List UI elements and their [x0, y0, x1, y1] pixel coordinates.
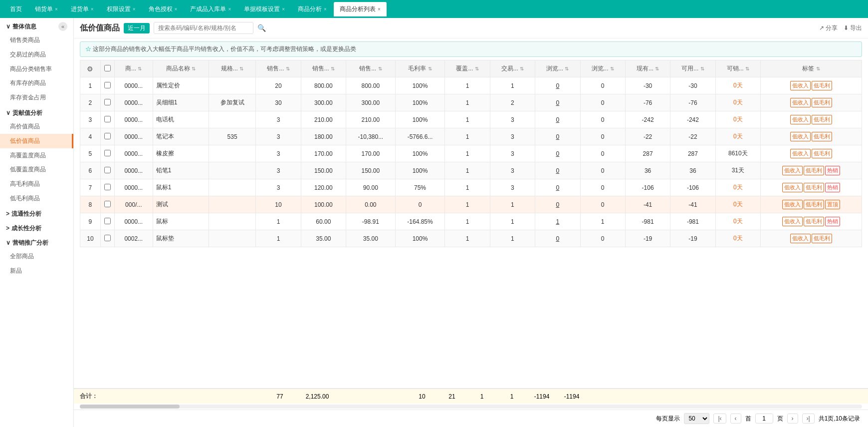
nav-purchase[interactable]: 进货单 × — [65, 2, 100, 16]
nav-product-analysis-list[interactable]: 商品分析列表 × — [334, 2, 387, 16]
prev-page-btn[interactable]: ‹ — [730, 414, 741, 424]
row-checkbox[interactable] — [104, 116, 111, 122]
search-input[interactable] — [154, 22, 253, 34]
td-browse1[interactable]: 0 — [535, 196, 580, 213]
nav-sales[interactable]: 销货单 × — [29, 2, 64, 16]
scrollbar-thumb[interactable] — [80, 405, 180, 409]
row-checkbox[interactable] — [104, 82, 111, 88]
sidebar-item-all-products[interactable]: 全部商品 — [0, 249, 73, 264]
nav-stock-in[interactable]: 产成品入库单 × — [184, 2, 237, 16]
sidebar-group-contribution[interactable]: ∨ 贡献值分析 — [0, 105, 73, 119]
page-input[interactable] — [755, 414, 773, 424]
sidebar-item-stock-capital[interactable]: 库存资金占用 — [0, 90, 73, 105]
first-page-btn[interactable]: |‹ — [713, 414, 726, 424]
sidebar-group-marketing[interactable]: ∨ 营销推广分析 — [0, 235, 73, 249]
row-checkbox[interactable] — [104, 201, 111, 207]
share-btn[interactable]: ↗ 分享 — [819, 24, 838, 32]
browse-link[interactable]: 0 — [556, 116, 559, 123]
td-checkbox[interactable] — [100, 230, 114, 247]
nav-home[interactable]: 首页 — [4, 2, 28, 16]
td-checkbox[interactable] — [100, 162, 114, 179]
select-all-checkbox[interactable] — [104, 65, 111, 71]
td-checkbox[interactable] — [100, 128, 114, 145]
sidebar-item-category-sales-rate[interactable]: 商品分类销售率 — [0, 62, 73, 76]
browse-link[interactable]: 0 — [556, 184, 559, 191]
th-spec: 规格... ⇅ — [209, 60, 255, 77]
close-icon[interactable]: × — [282, 6, 285, 12]
td-browse1[interactable]: 1 — [535, 213, 580, 230]
browse-link[interactable]: 0 — [556, 150, 559, 157]
scrollbar-track[interactable] — [80, 405, 862, 409]
sidebar-item-traded-products[interactable]: 交易过的商品 — [0, 47, 73, 62]
close-icon[interactable]: × — [324, 6, 327, 12]
row-checkbox[interactable] — [104, 235, 111, 241]
nav-product-analysis[interactable]: 商品分析 × — [292, 2, 333, 16]
td-checkbox[interactable] — [100, 196, 114, 213]
collapse-btn[interactable]: « — [58, 22, 67, 31]
row-checkbox[interactable] — [104, 167, 111, 173]
td-checkbox[interactable] — [100, 145, 114, 162]
browse-link[interactable]: 0 — [556, 99, 559, 106]
td-checkbox[interactable] — [100, 111, 114, 128]
sidebar-group-overall[interactable]: ∨ 整体信息 « — [0, 18, 73, 33]
td-browse1[interactable]: 0 — [535, 162, 580, 179]
td-checkbox[interactable] — [100, 213, 114, 230]
sidebar-group-liquidity[interactable]: > 流通性分析 — [0, 206, 73, 220]
nav-permission[interactable]: 权限设置 × — [101, 2, 142, 16]
td-checkbox[interactable] — [100, 179, 114, 196]
nav-role[interactable]: 角色授权 × — [143, 2, 184, 16]
row-checkbox[interactable] — [104, 133, 111, 139]
close-icon[interactable]: × — [91, 6, 94, 12]
th-gear[interactable]: ⚙ — [80, 60, 101, 77]
close-icon[interactable]: × — [378, 6, 381, 12]
next-page-btn[interactable]: › — [787, 414, 798, 424]
browse-link[interactable]: 1 — [556, 218, 559, 225]
last-page-btn[interactable]: ›| — [802, 414, 815, 424]
td-browse1[interactable]: 0 — [535, 128, 580, 145]
browse-link[interactable]: 0 — [556, 133, 559, 140]
search-icon[interactable]: 🔍 — [257, 24, 266, 32]
td-browse1[interactable]: 0 — [535, 230, 580, 247]
footer-label: 合计： — [80, 392, 110, 401]
browse-link[interactable]: 0 — [556, 82, 559, 89]
export-btn[interactable]: ⬇ 导出 — [844, 24, 862, 32]
sidebar-item-low-coverage[interactable]: 低覆盖度商品 — [0, 162, 73, 177]
page-label: 首 — [745, 415, 751, 423]
close-icon[interactable]: × — [55, 6, 58, 12]
td-spec — [209, 179, 255, 196]
sidebar-item-low-value[interactable]: 低价值商品 — [0, 134, 73, 148]
td-trade: 1 — [490, 196, 535, 213]
close-icon[interactable]: × — [133, 6, 136, 12]
sidebar-item-new-products[interactable]: 新品 — [0, 264, 73, 278]
row-checkbox[interactable] — [104, 99, 111, 105]
per-page-select[interactable]: 50 100 200 — [684, 413, 709, 424]
td-browse1[interactable]: 0 — [535, 77, 580, 94]
gear-icon[interactable]: ⚙ — [87, 65, 93, 73]
td-browse1[interactable]: 0 — [535, 145, 580, 162]
sidebar-group-growth[interactable]: > 成长性分析 — [0, 220, 73, 235]
close-icon[interactable]: × — [228, 6, 231, 12]
sidebar-item-high-profit[interactable]: 高毛利商品 — [0, 177, 73, 191]
nav-template[interactable]: 单据模板设置 × — [238, 2, 291, 16]
td-browse1[interactable]: 0 — [535, 111, 580, 128]
sidebar-item-low-profit[interactable]: 低毛利商品 — [0, 191, 73, 206]
row-checkbox[interactable] — [104, 150, 111, 156]
row-checkbox[interactable] — [104, 218, 111, 224]
sidebar-item-stock-products[interactable]: 有库存的商品 — [0, 76, 73, 90]
tag-low-profit: 低毛利 — [812, 234, 832, 243]
sidebar-item-sales-products[interactable]: 销售类商品 — [0, 33, 73, 47]
time-filter-btn[interactable]: 近一月 — [124, 23, 150, 33]
table-wrapper[interactable]: ⚙ 商... ⇅ 商品名称 ⇅ 规格... ⇅ 销售... ⇅ 销售... ⇅ … — [74, 60, 868, 388]
td-browse1[interactable]: 0 — [535, 94, 580, 111]
row-checkbox[interactable] — [104, 184, 111, 190]
close-icon[interactable]: × — [175, 6, 178, 12]
browse-link[interactable]: 0 — [556, 201, 559, 208]
td-checkbox[interactable] — [100, 77, 114, 94]
th-checkbox[interactable] — [100, 60, 114, 77]
browse-link[interactable]: 0 — [556, 235, 559, 242]
sidebar-item-high-coverage[interactable]: 高覆盖度商品 — [0, 148, 73, 163]
td-browse1[interactable]: 0 — [535, 179, 580, 196]
sidebar-item-high-value[interactable]: 高价值商品 — [0, 119, 73, 134]
browse-link[interactable]: 0 — [556, 167, 559, 174]
td-checkbox[interactable] — [100, 94, 114, 111]
